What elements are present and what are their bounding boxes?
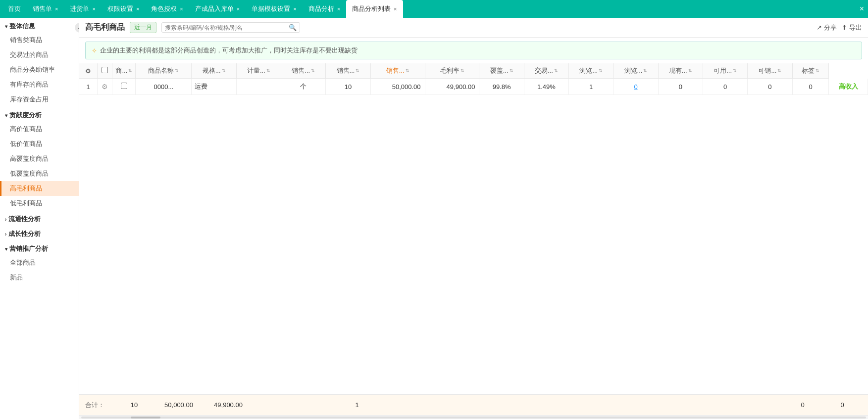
col-name-sort-icon: ⇅ [175, 68, 179, 73]
col-gross-rate[interactable]: 毛利率 ⇅ [425, 63, 479, 79]
col-gross-rate-sort-icon: ⇅ [460, 68, 464, 73]
close-goods-analysis[interactable]: × [337, 6, 340, 12]
row-browse1[interactable]: 0 [613, 79, 658, 95]
sidebar-item-sales-goods[interactable]: 销售类商品 [0, 33, 79, 47]
col-coverage[interactable]: 覆盖... ⇅ [479, 63, 524, 79]
header-actions: ↗ 分享 ⬆ 导出 [817, 23, 862, 32]
close-template-settings[interactable]: × [293, 6, 296, 12]
col-browse1[interactable]: 浏览... ⇅ [569, 63, 613, 79]
row-settings[interactable]: ⚙ [98, 79, 112, 95]
search-box: 🔍 [161, 22, 300, 33]
col-saleable-sort-icon: ⇅ [777, 68, 781, 73]
row-checkbox[interactable] [121, 83, 127, 89]
growth-arrow: › [5, 232, 6, 237]
row-index: 1 [79, 79, 98, 95]
row-current: 0 [703, 79, 747, 95]
col-transactions[interactable]: 交易... ⇅ [524, 63, 568, 79]
col-unit-sort-icon: ⇅ [266, 68, 270, 73]
nav-sales-order[interactable]: 销售单 × [27, 0, 64, 18]
col-browse2[interactable]: 浏览... ⇅ [613, 63, 658, 79]
footer-bar: 合计： 10 50,000.00 49,900.00 1 0 0 [79, 394, 868, 415]
footer-sales2: 50,000.00 [154, 401, 204, 409]
select-all-checkbox[interactable] [102, 67, 108, 73]
close-goods-analysis-list[interactable]: × [394, 6, 397, 12]
sidebar-item-low-value[interactable]: 低价值商品 [0, 137, 79, 151]
col-available[interactable]: 可用... ⇅ [703, 63, 747, 79]
nav-permission-settings[interactable]: 权限设置 × [102, 0, 145, 18]
scrollbar-area[interactable] [79, 415, 868, 419]
nav-goods-analysis-list[interactable]: 商品分析列表 × [346, 0, 403, 18]
nav-home[interactable]: 首页 [2, 0, 27, 18]
col-code-sort-icon: ⇅ [128, 68, 132, 73]
flow-arrow: › [5, 217, 6, 222]
row-coverage: 1.49% [524, 79, 568, 95]
tip-icon: ✧ [92, 47, 97, 54]
nav-role-auth[interactable]: 角色授权 × [145, 0, 189, 18]
scrollbar-track [81, 417, 866, 419]
sidebar-group-marketing[interactable]: ▾ 营销推广分析 [0, 240, 79, 255]
nav-goods-analysis[interactable]: 商品分析 × [303, 0, 346, 18]
nav-template-settings[interactable]: 单据模板设置 × [246, 0, 302, 18]
col-unit[interactable]: 计量... ⇅ [236, 63, 281, 79]
sidebar-item-high-coverage[interactable]: 高覆盖度商品 [0, 151, 79, 166]
export-btn[interactable]: ⬆ 导出 [842, 23, 862, 32]
sidebar-item-new-goods[interactable]: 新品 [0, 270, 79, 285]
col-sales2-sort-icon: ⇅ [356, 68, 359, 73]
col-current-sort-icon: ⇅ [688, 68, 692, 73]
sidebar-group-growth[interactable]: › 成长性分析 [0, 226, 79, 240]
col-sales2[interactable]: 销售... ⇅ [326, 63, 370, 79]
col-tag[interactable]: 标签 ⇅ [792, 63, 829, 79]
sidebar: « ▾ 整体信息 销售类商品 交易过的商品 商品分类助销率 有库存的商品 库存资… [0, 18, 79, 419]
share-btn[interactable]: ↗ 分享 [817, 23, 837, 32]
close-sales-order[interactable]: × [55, 6, 58, 12]
col-current[interactable]: 现有... ⇅ [658, 63, 703, 79]
close-permission-settings[interactable]: × [136, 6, 139, 12]
sidebar-item-category-rate[interactable]: 商品分类助销率 [0, 62, 79, 77]
sidebar-item-traded-goods[interactable]: 交易过的商品 [0, 47, 79, 62]
table-wrapper[interactable]: ⚙ 商... ⇅ 商品名称 [79, 63, 868, 394]
col-spec[interactable]: 规格... ⇅ [192, 63, 236, 79]
col-sales1[interactable]: 销售... ⇅ [281, 63, 326, 79]
page-title: 高毛利商品 [85, 22, 125, 33]
top-nav: 首页 销售单 × 进货单 × 权限设置 × 角色授权 × 产成品入库单 × 单据… [0, 0, 868, 18]
row-checkbox-cell[interactable] [112, 79, 136, 95]
main-container: « ▾ 整体信息 销售类商品 交易过的商品 商品分类助销率 有库存的商品 库存资… [0, 18, 868, 419]
search-icon[interactable]: 🔍 [289, 24, 297, 31]
content-header: 高毛利商品 近一月 🔍 ↗ 分享 ⬆ 导出 [79, 18, 868, 38]
close-all-btn[interactable]: × [860, 4, 864, 13]
goods-table: ⚙ 商... ⇅ 商品名称 [79, 63, 868, 95]
scrollbar-thumb[interactable] [131, 417, 160, 419]
sidebar-item-high-value[interactable]: 高价值商品 [0, 122, 79, 137]
sidebar-item-all-goods[interactable]: 全部商品 [0, 255, 79, 270]
close-role-auth[interactable]: × [180, 6, 183, 12]
col-transactions-sort-icon: ⇅ [554, 68, 558, 73]
sidebar-item-high-margin[interactable]: 高毛利商品 [0, 181, 79, 196]
col-name[interactable]: 商品名称 ⇅ [136, 63, 192, 79]
row-unit: 个 [281, 79, 326, 95]
close-purchase-order[interactable]: × [92, 6, 95, 12]
nav-purchase-order[interactable]: 进货单 × [64, 0, 101, 18]
footer-sales1: 10 [114, 401, 154, 409]
filter-recent-month-btn[interactable]: 近一月 [130, 22, 156, 33]
row-spec [236, 79, 281, 95]
sidebar-item-low-coverage[interactable]: 低覆盖度商品 [0, 166, 79, 181]
nav-product-instock[interactable]: 产成品入库单 × [189, 0, 246, 18]
close-product-instock[interactable]: × [237, 6, 240, 12]
col-saleable[interactable]: 可销... ⇅ [748, 63, 792, 79]
col-code[interactable]: 商... ⇅ [112, 63, 136, 79]
sidebar-group-flow[interactable]: › 流通性分析 [0, 211, 79, 226]
sidebar-group-overall[interactable]: ▾ 整体信息 [0, 18, 79, 33]
sidebar-group-contribution[interactable]: ▾ 贡献度分析 [0, 107, 79, 122]
footer-available: 0 [822, 401, 862, 409]
search-input[interactable] [165, 24, 289, 31]
sidebar-item-stock-goods[interactable]: 有库存的商品 [0, 77, 79, 92]
col-sales3[interactable]: 销售... ⇅ [370, 63, 425, 79]
sidebar-item-low-margin[interactable]: 低毛利商品 [0, 196, 79, 211]
tip-bar: ✧ 企业的主要的利润都是这部分商品创造的，可考虑加大推广，同时关注库存是不要出现… [85, 42, 862, 59]
row-code: 0000... [136, 79, 192, 95]
col-checkbox[interactable] [98, 63, 112, 79]
col-settings[interactable]: ⚙ [79, 63, 98, 79]
sidebar-item-stock-capital[interactable]: 库存资金占用 [0, 92, 79, 107]
row-sales3: 49,900.00 [425, 79, 479, 95]
row-sales2: 50,000.00 [370, 79, 425, 95]
